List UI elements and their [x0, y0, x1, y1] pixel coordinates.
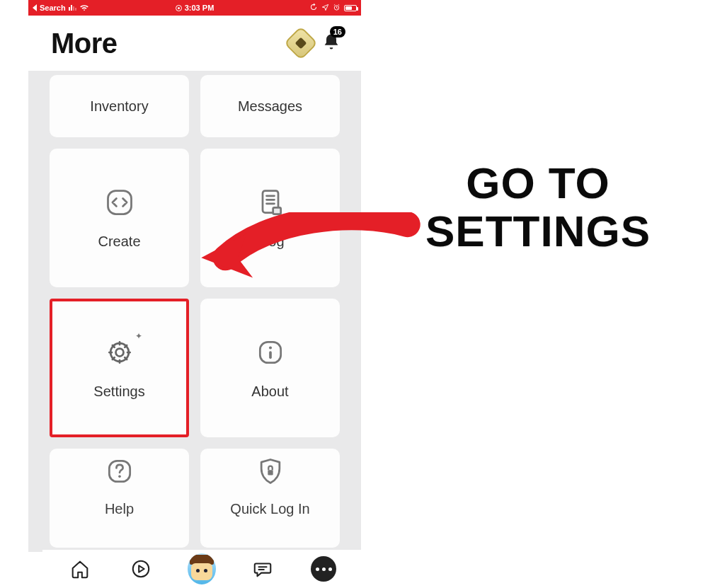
nav-home[interactable]	[66, 555, 94, 583]
tile-help[interactable]: Help	[50, 449, 189, 548]
menu-grid: Inventory Messages Create Blog Settings	[28, 71, 361, 548]
battery-icon	[344, 5, 357, 11]
tile-about[interactable]: About	[200, 299, 340, 437]
alarm-icon	[333, 4, 341, 13]
tile-label: Inventory	[90, 98, 148, 115]
tile-create[interactable]: Create	[50, 149, 189, 287]
phone-mockup: Search 3:03 PM More	[28, 0, 361, 552]
svg-rect-3	[273, 207, 280, 214]
recording-icon	[176, 5, 182, 11]
back-caret-icon	[33, 4, 37, 11]
nav-play[interactable]	[127, 555, 155, 583]
bell-icon	[321, 42, 341, 54]
tile-label: Quick Log In	[230, 501, 309, 517]
nav-chat[interactable]	[248, 555, 277, 583]
svg-rect-8	[269, 351, 272, 359]
page-header: More 16	[28, 16, 361, 71]
signal-icon	[69, 5, 76, 11]
svg-point-5	[110, 343, 129, 362]
header-actions: 16	[289, 31, 341, 55]
location-icon	[321, 4, 329, 13]
status-center: 3:03 PM	[142, 4, 248, 12]
tile-quick-login[interactable]: Quick Log In	[200, 449, 340, 548]
nav-avatar[interactable]	[188, 555, 216, 583]
callout-text: GO TO SETTINGS	[375, 159, 701, 255]
tile-label: Messages	[238, 98, 302, 115]
svg-point-12	[133, 561, 149, 577]
svg-rect-1	[108, 190, 131, 214]
notifications-button[interactable]: 16	[321, 32, 341, 54]
callout-line: SETTINGS	[375, 207, 701, 255]
svg-rect-11	[268, 470, 273, 475]
more-icon	[311, 556, 336, 582]
tile-settings[interactable]: Settings	[50, 299, 189, 437]
wifi-icon	[79, 4, 89, 13]
robux-icon[interactable]	[284, 26, 318, 60]
tile-inventory[interactable]: Inventory	[50, 75, 189, 137]
tile-label: Settings	[93, 384, 144, 400]
gear-icon	[104, 337, 135, 371]
document-icon	[255, 187, 286, 221]
tile-label: Blog	[256, 234, 284, 250]
callout-line: GO TO	[375, 159, 701, 207]
help-icon	[104, 456, 135, 490]
info-icon	[255, 337, 286, 371]
svg-point-4	[115, 348, 123, 356]
notification-badge: 16	[330, 26, 345, 38]
orientation-lock-icon	[309, 3, 318, 13]
clock-label: 3:03 PM	[185, 4, 214, 12]
page-title: More	[51, 28, 118, 59]
status-right	[251, 3, 357, 13]
tile-label: Create	[98, 234, 140, 250]
tile-label: Help	[105, 501, 134, 517]
tile-label: About	[251, 384, 288, 400]
code-icon	[104, 187, 135, 221]
status-bar: Search 3:03 PM	[28, 0, 361, 16]
avatar-icon	[188, 553, 216, 584]
shield-lock-icon	[255, 456, 286, 490]
tile-messages[interactable]: Messages	[200, 75, 340, 137]
status-left: Search	[33, 4, 138, 13]
back-app-label[interactable]: Search	[40, 4, 66, 12]
svg-point-10	[118, 475, 121, 478]
bottom-nav	[42, 550, 361, 588]
svg-point-7	[268, 346, 271, 349]
nav-more[interactable]	[309, 555, 338, 583]
tile-blog[interactable]: Blog	[200, 149, 340, 287]
